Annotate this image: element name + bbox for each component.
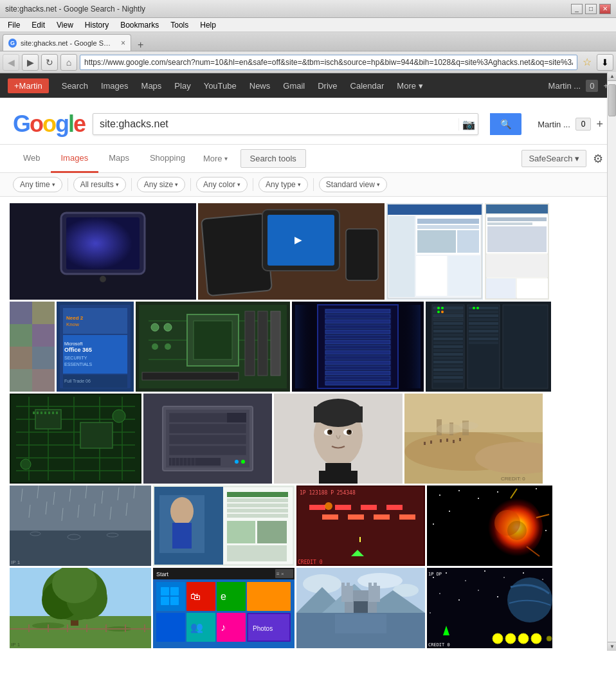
forward-button[interactable]: ▶ <box>22 54 39 71</box>
tab-images[interactable]: Images <box>51 145 99 173</box>
image-server-racks[interactable] <box>426 302 551 392</box>
svg-text:IP 1: IP 1 <box>11 642 21 648</box>
image-motherboard[interactable] <box>136 302 290 392</box>
home-icon: ⌂ <box>66 57 71 68</box>
settings-gear-icon[interactable]: ⚙ <box>593 152 603 166</box>
svg-point-111 <box>437 307 440 309</box>
image-datacenter-blue[interactable] <box>292 302 424 392</box>
svg-text:Office 365: Office 365 <box>64 347 92 353</box>
image-space-game[interactable]: 1P DP CREDIT 0 <box>427 568 552 648</box>
toolbar-gmail-link[interactable]: Gmail <box>283 81 305 91</box>
image-face-portrait[interactable] <box>274 394 403 484</box>
scroll-up-arrow[interactable]: ▲ <box>608 72 616 81</box>
image-office365-book[interactable]: Need 2 Know Microsoft Office 365 SECURIT… <box>57 302 134 392</box>
svg-rect-242 <box>322 514 338 520</box>
safesearch-button[interactable]: SafeSearch ▾ <box>521 150 586 167</box>
image-tablets-multiple[interactable]: ▶ <box>198 203 385 300</box>
toolbar-account-name[interactable]: Martin ... <box>548 81 581 91</box>
tab-close-button[interactable]: × <box>121 39 125 48</box>
scroll-down-arrow[interactable]: ▼ <box>608 642 616 651</box>
svg-point-337 <box>478 590 479 591</box>
toolbar-drive-link[interactable]: Drive <box>318 81 337 91</box>
bookmark-star-icon[interactable]: ☆ <box>580 56 594 68</box>
menu-view[interactable]: View <box>51 19 78 31</box>
svg-rect-29 <box>487 222 532 225</box>
filter-standard-view[interactable]: Standard view ▾ <box>319 177 387 192</box>
svg-rect-13 <box>389 216 415 297</box>
toolbar-more-button[interactable]: More ▾ <box>397 81 422 91</box>
image-windows8-start[interactable]: Start ≡ × 🛍 e <box>153 568 294 648</box>
search-tools-button[interactable]: Search tools <box>240 149 306 168</box>
image-screenshot-web[interactable] <box>386 203 483 300</box>
camera-search-icon[interactable]: 📷 <box>458 118 478 131</box>
svg-rect-78 <box>325 350 390 354</box>
image-circuit-board[interactable] <box>10 394 141 484</box>
search-button[interactable]: 🔍 <box>490 113 521 135</box>
image-tablet-dark[interactable] <box>10 203 196 300</box>
image-desert-scene[interactable]: CREDIT: 0 <box>404 394 543 484</box>
tab-web[interactable]: Web <box>13 145 51 173</box>
toolbar-maps-link[interactable]: Maps <box>141 81 162 91</box>
toolbar-youtube-link[interactable]: YouTube <box>204 81 237 91</box>
menu-tools[interactable]: Tools <box>165 19 194 31</box>
svg-point-266 <box>507 521 527 540</box>
minimize-button[interactable]: _ <box>571 4 583 14</box>
address-bar[interactable] <box>80 55 577 70</box>
filter-all-results[interactable]: All results ▾ <box>73 177 126 192</box>
svg-rect-124 <box>469 341 498 344</box>
svg-rect-94 <box>433 318 463 321</box>
filter-any-size[interactable]: Any size ▾ <box>137 177 185 192</box>
svg-rect-149 <box>52 412 54 414</box>
toolbar-calendar-link[interactable]: Calendar <box>350 81 385 91</box>
tab-shopping[interactable]: Shopping <box>140 145 195 173</box>
addon-button[interactable]: ⬇ <box>597 54 613 71</box>
image-explosion-space[interactable] <box>427 486 552 566</box>
account-notifications[interactable]: 0 <box>575 118 592 131</box>
toolbar-news-link[interactable]: News <box>249 81 271 91</box>
toolbar-play-link[interactable]: Play <box>174 81 190 91</box>
google-plus-martin-button[interactable]: +Martin <box>8 78 49 93</box>
image-magazine-layout[interactable] <box>153 486 294 566</box>
svg-rect-81 <box>325 366 390 370</box>
new-tab-button[interactable]: + <box>134 39 147 51</box>
svg-rect-119 <box>469 322 498 325</box>
maximize-button[interactable]: □ <box>585 4 597 14</box>
menu-bookmarks[interactable]: Bookmarks <box>115 19 164 31</box>
svg-rect-16 <box>448 256 480 296</box>
toolbar-search-link[interactable]: Search <box>62 81 88 91</box>
close-button[interactable]: ✕ <box>599 4 611 14</box>
back-button[interactable]: ◀ <box>3 54 19 71</box>
window-controls: _ □ ✕ <box>571 4 611 14</box>
home-button[interactable]: ⌂ <box>60 54 77 71</box>
image-server-box[interactable] <box>143 394 272 484</box>
toolbar-images-link[interactable]: Images <box>101 81 129 91</box>
image-rain-water[interactable]: IP 1 <box>10 486 151 566</box>
svg-rect-181 <box>319 471 358 484</box>
image-photo-collage[interactable] <box>10 302 55 392</box>
filter-any-type[interactable]: Any type ▾ <box>258 177 308 192</box>
menu-help[interactable]: Help <box>195 19 221 31</box>
svg-point-113 <box>437 311 440 313</box>
image-screenshot-thumb[interactable] <box>485 203 549 300</box>
svg-point-346 <box>518 633 529 644</box>
search-input[interactable] <box>93 118 458 130</box>
image-tree-field[interactable]: IP 1 <box>10 568 151 648</box>
toolbar-notifications-badge[interactable]: 0 <box>586 80 598 92</box>
scroll-thumb[interactable] <box>608 84 616 116</box>
menu-history[interactable]: History <box>80 19 114 31</box>
reload-button[interactable]: ↻ <box>41 54 58 71</box>
menu-file[interactable]: File <box>3 19 25 31</box>
reload-icon: ↻ <box>46 57 53 68</box>
active-tab[interactable]: G site:ghacks.net - Google Search × <box>3 34 131 51</box>
image-retro-game[interactable]: 1P 123188 P 254348 CREDIT 0 <box>296 486 425 566</box>
account-add-button[interactable]: + <box>596 118 603 131</box>
filter-any-color[interactable]: Any color ▾ <box>196 177 248 192</box>
filter-any-time[interactable]: Any time ▾ <box>13 177 62 192</box>
tab-more-button[interactable]: More ▾ <box>195 145 235 173</box>
filter-separator-1 <box>68 178 68 191</box>
menu-edit[interactable]: Edit <box>26 19 50 31</box>
svg-rect-80 <box>325 361 390 365</box>
svg-point-143 <box>21 459 31 469</box>
image-castle-landscape[interactable] <box>296 568 425 648</box>
tab-maps[interactable]: Maps <box>98 145 140 173</box>
